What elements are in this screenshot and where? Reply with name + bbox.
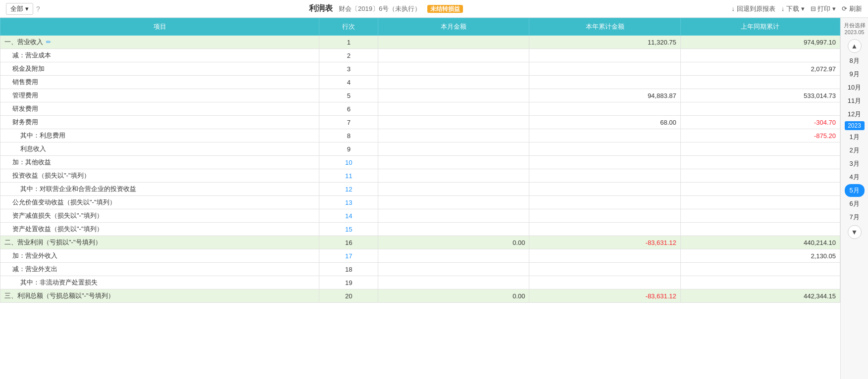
- rownum-cell[interactable]: 10: [319, 156, 378, 169]
- ytd-amount-cell: [529, 183, 680, 196]
- rownum-cell: 16: [319, 236, 378, 249]
- edit-icon[interactable]: ✏: [46, 39, 51, 46]
- report-table: 项目 行次 本月金额 本年累计金额 上年同期累计 一、营业收入✏111,320.…: [0, 18, 840, 303]
- ytd-amount-cell: [529, 49, 680, 62]
- table-row: 财务费用768.00-304.70: [0, 116, 840, 129]
- month-item[interactable]: 12月: [845, 108, 865, 121]
- table-header-row: 项目 行次 本月金额 本年累计金额 上年同期累计: [0, 18, 840, 36]
- month-amount-cell: [378, 156, 529, 169]
- download-button[interactable]: ↓ 下载 ▾: [781, 4, 805, 13]
- refresh-label: ⟳ 刷新: [842, 4, 862, 13]
- month-amount-cell: [378, 276, 529, 289]
- prev-amount-cell: 440,214.10: [680, 236, 840, 249]
- table-row: 减：营业外支出18: [0, 263, 840, 276]
- rownum-cell[interactable]: 12: [319, 183, 378, 196]
- item-cell: 财务费用: [0, 116, 319, 129]
- month-item[interactable]: 7月: [845, 211, 865, 224]
- rownum-cell: 1: [319, 36, 378, 49]
- table-row: 一、营业收入✏111,320.75974,997.10: [0, 36, 840, 49]
- rownum-cell: 4: [319, 76, 378, 89]
- ytd-amount-cell: 11,320.75: [529, 36, 680, 49]
- month-item[interactable]: 9月: [845, 68, 865, 81]
- report-title: 利润表: [309, 4, 333, 12]
- rownum-cell[interactable]: 15: [319, 223, 378, 236]
- rownum-cell: 18: [319, 263, 378, 276]
- scope-dropdown[interactable]: 全部 ▾: [6, 3, 33, 15]
- month-sidebar-title: 月份选择2023.05: [844, 20, 866, 38]
- ytd-amount-cell: [529, 263, 680, 276]
- prev-amount-cell: [680, 169, 840, 183]
- month-item[interactable]: 8月: [845, 54, 865, 67]
- rownum-cell: 9: [319, 142, 378, 156]
- top-bar: 全部 ▾ ? 利润表 财会〔2019〕6号（未执行） 未结转损益 ↓ 回退到原报…: [0, 0, 868, 18]
- item-cell: 三、利润总额（亏损总额以"-"号填列）: [0, 289, 319, 303]
- col-header-item: 项目: [0, 18, 319, 36]
- item-cell: 税金及附加: [0, 62, 319, 76]
- prev-amount-cell: 533,014.73: [680, 89, 840, 102]
- month-up-button[interactable]: ▲: [848, 39, 862, 53]
- item-cell: 加：其他收益: [0, 156, 319, 169]
- rownum-cell: 3: [319, 62, 378, 76]
- month-down-button[interactable]: ▼: [848, 225, 862, 239]
- rownum-cell: 20: [319, 289, 378, 303]
- month-item[interactable]: 1月: [845, 131, 865, 143]
- ytd-amount-cell: 94,883.87: [529, 89, 680, 102]
- month-item[interactable]: 5月: [845, 184, 865, 197]
- rownum-cell[interactable]: 11: [319, 169, 378, 183]
- month-item[interactable]: 11月: [845, 95, 865, 107]
- table-row: 税金及附加32,072.97: [0, 62, 840, 76]
- back-label: ↓ 回退到原报表: [732, 4, 775, 13]
- sidebar-year: 2023.05: [845, 29, 865, 35]
- month-item[interactable]: 6月: [845, 197, 865, 210]
- main-layout: 项目 行次 本月金额 本年累计金额 上年同期累计 一、营业收入✏111,320.…: [0, 18, 868, 379]
- table-row: 其中：利息费用8-875.20: [0, 129, 840, 142]
- back-button[interactable]: ↓ 回退到原报表: [732, 4, 775, 13]
- ytd-amount-cell: [529, 209, 680, 223]
- status-badge: 未结转损益: [427, 5, 463, 13]
- table-container[interactable]: 项目 行次 本月金额 本年累计金额 上年同期累计 一、营业收入✏111,320.…: [0, 18, 840, 379]
- prev-amount-cell: -875.20: [680, 129, 840, 142]
- refresh-button[interactable]: ⟳ 刷新: [842, 4, 862, 13]
- table-row: 销售费用4: [0, 76, 840, 89]
- table-row: 其中：对联营企业和合营企业的投资收益12: [0, 183, 840, 196]
- ytd-amount-cell: [529, 129, 680, 142]
- prev-amount-cell: [680, 76, 840, 89]
- item-cell: 公允价值变动收益（损失以"-"填列）: [0, 196, 319, 209]
- rownum-cell: 5: [319, 89, 378, 102]
- item-cell: 其中：对联营企业和合营企业的投资收益: [0, 183, 319, 196]
- rownum-cell[interactable]: 13: [319, 196, 378, 209]
- table-row: 投资收益（损失以"-"填列）11: [0, 169, 840, 183]
- page-title-area: 利润表 财会〔2019〕6号（未执行） 未结转损益: [40, 3, 732, 14]
- col-header-prev: 上年同期累计: [680, 18, 840, 36]
- item-cell: 加：营业外收入: [0, 249, 319, 263]
- table-row: 公允价值变动收益（损失以"-"填列）13: [0, 196, 840, 209]
- item-cell: 研发费用: [0, 102, 319, 116]
- prev-amount-cell: [680, 156, 840, 169]
- month-amount-cell: [378, 209, 529, 223]
- month-amount-cell: [378, 36, 529, 49]
- help-icon[interactable]: ?: [36, 5, 40, 13]
- ytd-amount-cell: -83,631.12: [529, 289, 680, 303]
- scope-label: 全部: [10, 4, 23, 13]
- month-item[interactable]: 4月: [845, 171, 865, 184]
- table-row: 资产减值损失（损失以"-"填列）14: [0, 209, 840, 223]
- table-row: 减：营业成本2: [0, 49, 840, 62]
- item-cell: 减：营业成本: [0, 49, 319, 62]
- prev-amount-cell: [680, 102, 840, 116]
- ytd-amount-cell: 68.00: [529, 116, 680, 129]
- rownum-cell[interactable]: 17: [319, 249, 378, 263]
- prev-amount-cell: [680, 142, 840, 156]
- month-item[interactable]: 3月: [845, 157, 865, 170]
- print-button[interactable]: ⊟ 打印 ▾: [811, 4, 836, 13]
- item-cell: 销售费用: [0, 76, 319, 89]
- item-cell: 资产处置收益（损失以"-"填列）: [0, 223, 319, 236]
- month-item[interactable]: 2月: [845, 144, 865, 157]
- rownum-cell[interactable]: 14: [319, 209, 378, 223]
- year-label[interactable]: 2023: [845, 121, 865, 130]
- month-item[interactable]: 10月: [845, 81, 865, 94]
- prev-amount-cell: 2,072.97: [680, 62, 840, 76]
- month-amount-cell: [378, 169, 529, 183]
- prev-amount-cell: 442,344.15: [680, 289, 840, 303]
- report-subtitle: 财会〔2019〕6号（未执行）: [339, 5, 421, 12]
- dropdown-arrow-icon: ▾: [25, 5, 29, 12]
